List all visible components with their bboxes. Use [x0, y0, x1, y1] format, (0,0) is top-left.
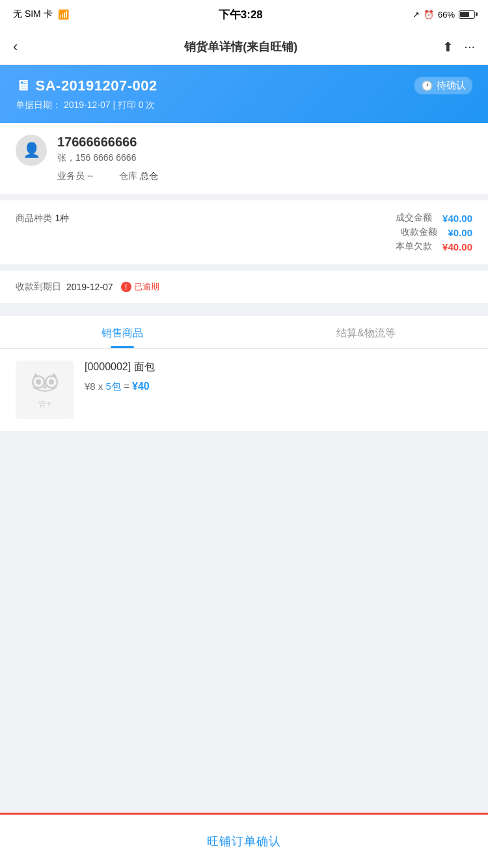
order-id-text: SA-20191207-002 — [36, 77, 157, 94]
order-id: 🖥 SA-20191207-002 — [16, 77, 157, 94]
bottom-bar: 旺铺订单确认 — [0, 813, 488, 868]
product-info: [0000002] 面包 ¥8 x 5包 = ¥40 — [85, 360, 472, 419]
nav-bar: ‹ 销货单详情(来自旺铺) ⬆ ··· — [0, 29, 488, 65]
back-icon: ‹ — [13, 38, 18, 55]
overdue-icon: ! — [121, 282, 131, 292]
brand-owl-icon — [27, 370, 63, 399]
product-name-text: 面包 — [134, 361, 155, 372]
payment-label: 收款金额 — [401, 226, 437, 238]
svg-marker-5 — [33, 373, 38, 377]
svg-point-3 — [49, 379, 54, 385]
carrier-text: 无 SIM 卡 — [13, 8, 53, 20]
share-button[interactable]: ⬆ — [442, 39, 454, 55]
svg-marker-6 — [51, 373, 57, 377]
warehouse-label: 仓库 — [119, 170, 137, 181]
staff-field: 业务员 -- — [57, 170, 93, 182]
product-item: 管+ [0000002] 面包 ¥8 x 5包 = ¥40 — [0, 349, 488, 431]
amount-row: 成交金额 ¥40.00 — [396, 212, 472, 224]
tab-settlement-label: 结算&物流等 — [336, 327, 396, 338]
status-left: 无 SIM 卡 📶 — [13, 8, 69, 20]
wifi-icon: 📶 — [58, 9, 69, 20]
avatar-icon: 👤 — [23, 142, 40, 159]
due-date-value: 2019-12-07 — [66, 282, 113, 292]
status-bar: 无 SIM 卡 📶 下午3:28 ↗ ⏰ 66% — [0, 0, 488, 29]
type-value: 1种 — [55, 213, 69, 223]
confirm-order-button[interactable]: 旺铺订单确认 — [13, 824, 475, 859]
divider — [0, 310, 488, 316]
due-label: 收款到期日 — [16, 281, 61, 293]
order-header: 🖥 SA-20191207-002 🕐 待确认 单据日期： 2019-12-07… — [0, 65, 488, 123]
price-qty: 5包 — [106, 381, 121, 392]
customer-phone: 17666666666 — [57, 135, 472, 150]
type-label: 商品种类 — [16, 213, 52, 223]
tab-sales-label: 销售商品 — [102, 327, 143, 338]
debt-row: 本单欠款 ¥40.00 — [396, 241, 472, 252]
customer-card: 👤 17666666666 张，156 6666 6666 业务员 -- 仓库 … — [0, 123, 488, 194]
product-code: [0000002] — [85, 361, 131, 372]
brand-plus-text: 管+ — [38, 399, 51, 410]
due-date-section: 收款到期日 2019-12-07 ! 已逾期 — [0, 271, 488, 303]
overdue-text: 已逾期 — [134, 281, 159, 293]
order-id-icon: 🖥 — [16, 77, 31, 94]
back-button[interactable]: ‹ — [13, 38, 39, 55]
order-date: 单据日期： 2019-12-07 | 打印 0 次 — [16, 100, 472, 111]
warehouse-value: 总仓 — [140, 170, 158, 181]
order-date-value: 2019-12-07 — [64, 100, 111, 110]
status-right: ↗ ⏰ 66% — [413, 10, 475, 20]
content-area — [0, 437, 488, 580]
debt-label: 本单欠款 — [396, 241, 432, 252]
battery-percent: 66% — [438, 10, 455, 20]
amount-value: ¥40.00 — [442, 213, 472, 224]
price-label: ¥8 x — [85, 381, 106, 392]
nav-actions: ⬆ ··· — [442, 39, 475, 55]
product-name: [0000002] 面包 — [85, 360, 472, 374]
more-button[interactable]: ··· — [464, 39, 475, 54]
price-total: ¥40 — [132, 381, 150, 392]
overdue-badge: ! 已逾期 — [121, 281, 159, 293]
tab-sales-products[interactable]: 销售商品 — [0, 316, 244, 348]
summary-left: 商品种类 1种 — [16, 212, 69, 224]
debt-value: ¥40.00 — [442, 241, 472, 252]
amount-label: 成交金额 — [396, 212, 432, 224]
customer-avatar: 👤 — [16, 135, 47, 166]
customer-name: 张，156 6666 6666 — [57, 152, 472, 164]
battery-icon — [459, 10, 475, 19]
customer-meta: 业务员 -- 仓库 总仓 — [57, 170, 472, 182]
tab-settlement[interactable]: 结算&物流等 — [244, 316, 488, 348]
staff-value: -- — [87, 170, 93, 181]
customer-info: 17666666666 张，156 6666 6666 业务员 -- 仓库 总仓 — [57, 135, 472, 182]
order-status: 🕐 待确认 — [414, 77, 472, 94]
order-date-label: 单据日期： — [16, 100, 61, 110]
warehouse-field: 仓库 总仓 — [119, 170, 158, 182]
price-equals: = — [124, 381, 132, 392]
payment-row: 收款金额 ¥0.00 — [401, 226, 472, 238]
location-icon: ↗ — [413, 10, 420, 20]
status-time: 下午3:28 — [219, 7, 263, 22]
product-price: ¥8 x 5包 = ¥40 — [85, 381, 472, 393]
status-label: 待确认 — [437, 79, 466, 92]
order-print-text: | 打印 0 次 — [113, 100, 155, 110]
payment-value: ¥0.00 — [448, 227, 472, 238]
alarm-icon: ⏰ — [424, 10, 434, 20]
summary-right: 成交金额 ¥40.00 收款金额 ¥0.00 本单欠款 ¥40.00 — [396, 212, 472, 252]
product-thumbnail: 管+ — [16, 360, 74, 419]
svg-point-2 — [36, 379, 41, 385]
staff-label: 业务员 — [57, 170, 85, 181]
status-clock-icon: 🕐 — [421, 80, 433, 92]
summary-card: 商品种类 1种 成交金额 ¥40.00 收款金额 ¥0.00 本单欠款 ¥40.… — [0, 200, 488, 264]
tabs-bar: 销售商品 结算&物流等 — [0, 316, 488, 349]
page-title: 销货单详情(来自旺铺) — [39, 39, 442, 55]
